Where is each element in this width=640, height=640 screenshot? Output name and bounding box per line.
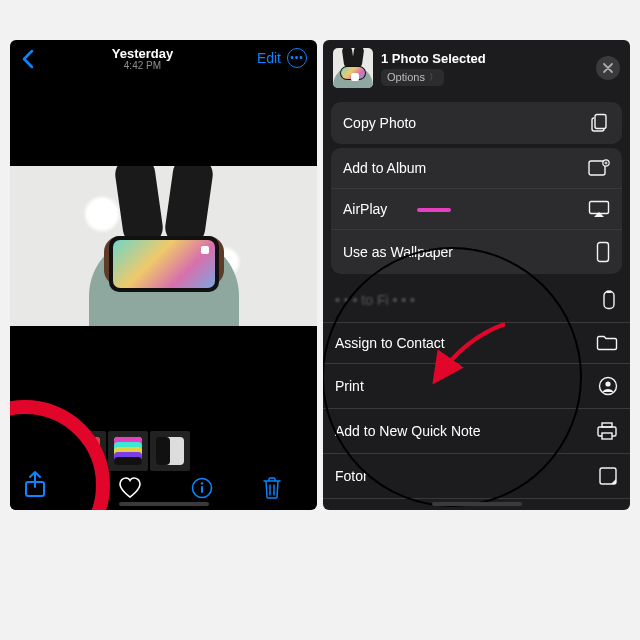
chevron-right-icon: 〉 bbox=[429, 71, 438, 84]
filmstrip-thumb[interactable] bbox=[108, 431, 148, 471]
svg-rect-14 bbox=[602, 423, 612, 427]
options-button[interactable]: Options〉 bbox=[381, 69, 444, 86]
fotor-row[interactable]: Fotor bbox=[323, 453, 630, 498]
row-label: Assign to Contact bbox=[335, 335, 445, 351]
row-label: • • • to Fi • • • bbox=[335, 292, 415, 308]
svg-rect-8 bbox=[598, 243, 609, 262]
favorite-button[interactable] bbox=[118, 476, 142, 500]
svg-point-2 bbox=[201, 482, 203, 484]
trash-button[interactable] bbox=[262, 476, 282, 500]
nav-time-text: 4:42 PM bbox=[28, 60, 257, 71]
filmstrip-thumb[interactable] bbox=[150, 431, 190, 471]
close-button[interactable] bbox=[596, 56, 620, 80]
wallpaper-row[interactable]: Use as Wallpaper bbox=[331, 229, 622, 274]
row-label: Add to New Quick Note bbox=[335, 423, 481, 439]
copy-icon bbox=[590, 113, 610, 133]
airplay-row[interactable]: AirPlay bbox=[331, 188, 622, 229]
copy-card: Copy Photo bbox=[331, 102, 622, 144]
share-sheet: 1 Photo Selected Options〉 Copy Photo Add… bbox=[323, 40, 630, 510]
copy-photo-row[interactable]: Copy Photo bbox=[331, 102, 622, 144]
edit-button[interactable]: Edit bbox=[257, 50, 281, 66]
nav-bar: Yesterday 4:42 PM Edit ••• bbox=[10, 40, 317, 76]
share-header: 1 Photo Selected Options〉 bbox=[323, 40, 630, 98]
actions-list: • • • to Fi • • • Assign to Contact Prin… bbox=[323, 278, 630, 510]
row-label: Print bbox=[335, 378, 364, 394]
row-label: AirPlay bbox=[343, 201, 387, 217]
print-row[interactable]: Print bbox=[323, 363, 630, 408]
svg-point-12 bbox=[605, 381, 610, 386]
share-title: 1 Photo Selected bbox=[381, 51, 486, 66]
photos-app-screen: Yesterday 4:42 PM Edit ••• bbox=[10, 40, 317, 510]
home-indicator[interactable] bbox=[432, 502, 522, 506]
quick-note-row[interactable]: Add to New Quick Note bbox=[323, 408, 630, 453]
wallpaper-icon bbox=[596, 241, 610, 263]
svg-rect-4 bbox=[595, 115, 606, 129]
more-button[interactable]: ••• bbox=[287, 48, 307, 68]
assign-to-contact-row[interactable]: Assign to Contact bbox=[323, 322, 630, 363]
airplay-indicator bbox=[417, 208, 451, 212]
home-indicator[interactable] bbox=[119, 502, 209, 506]
printer-icon bbox=[596, 421, 618, 441]
album-add-icon bbox=[588, 159, 610, 177]
svg-rect-3 bbox=[201, 486, 203, 493]
add-to-album-row[interactable]: Add to Album bbox=[331, 148, 622, 188]
svg-rect-15 bbox=[602, 433, 612, 439]
note-icon bbox=[598, 466, 618, 486]
folder-icon bbox=[596, 335, 618, 351]
svg-rect-7 bbox=[590, 202, 609, 214]
actions-card: Add to Album AirPlay Use as Wallpaper bbox=[331, 148, 622, 274]
svg-rect-10 bbox=[607, 291, 612, 294]
photo-viewer[interactable] bbox=[10, 76, 317, 416]
nav-title-text: Yesterday bbox=[28, 46, 257, 61]
row-label: Add to Album bbox=[343, 160, 426, 176]
files-icon bbox=[600, 290, 618, 310]
row-label: Copy Photo bbox=[343, 115, 416, 131]
contact-icon bbox=[598, 376, 618, 396]
info-button[interactable] bbox=[191, 476, 213, 500]
airplay-icon bbox=[588, 200, 610, 218]
row-label: Fotor bbox=[335, 468, 368, 484]
nav-title: Yesterday 4:42 PM bbox=[28, 46, 257, 71]
svg-rect-9 bbox=[604, 292, 614, 309]
save-to-files-row[interactable]: • • • to Fi • • • bbox=[323, 278, 630, 322]
share-button[interactable] bbox=[22, 470, 48, 500]
share-thumbnail bbox=[333, 48, 373, 88]
row-label: Use as Wallpaper bbox=[343, 244, 453, 260]
photo-content bbox=[10, 166, 317, 326]
